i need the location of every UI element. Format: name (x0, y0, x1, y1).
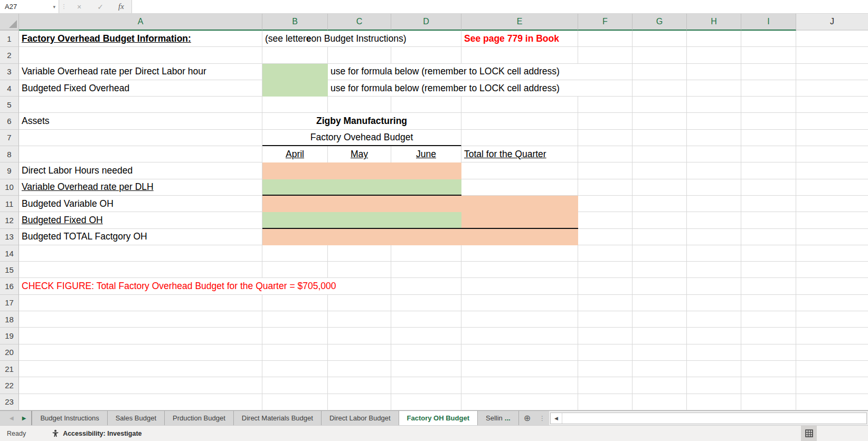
cell[interactable] (796, 179, 868, 196)
cell[interactable] (578, 328, 633, 344)
cell[interactable] (391, 377, 461, 394)
row-header-23[interactable]: 23 (0, 394, 19, 410)
cell[interactable] (741, 146, 796, 162)
cell[interactable] (796, 64, 868, 80)
accessibility-button[interactable]: Accessibility: Investigate (51, 429, 141, 438)
cell[interactable] (741, 361, 796, 377)
cell[interactable] (578, 146, 633, 162)
cell[interactable] (741, 212, 796, 228)
normal-view-button[interactable] (801, 426, 817, 441)
cell[interactable] (796, 113, 868, 129)
cell-a3[interactable]: Variable Overhead rate per Direct Labor … (19, 64, 262, 80)
cell[interactable] (633, 179, 687, 196)
cell[interactable] (687, 278, 741, 294)
cell-b9-d9-input[interactable] (262, 162, 461, 179)
cell-c4[interactable]: use for formula below (remember to LOCK … (328, 80, 633, 97)
cell-a11[interactable]: Budgeted Variable OH (19, 196, 262, 212)
cell[interactable] (391, 311, 461, 328)
tab-direct-materials-budget[interactable]: Direct Materials Budget (234, 411, 322, 425)
cell-e12-input[interactable] (461, 212, 578, 228)
cell[interactable] (741, 328, 796, 344)
row-header-8[interactable]: 8 (0, 146, 19, 162)
cell-b3-input[interactable] (262, 64, 328, 80)
cell[interactable] (796, 97, 868, 113)
cell-c3[interactable]: use for formula below (remember to LOCK … (328, 64, 633, 80)
cell[interactable] (262, 344, 328, 361)
cell[interactable] (741, 295, 796, 311)
cell[interactable] (461, 394, 578, 410)
cell[interactable] (391, 394, 461, 410)
row-header-16[interactable]: 16 (0, 278, 19, 294)
cell[interactable] (741, 47, 796, 63)
cell[interactable] (461, 97, 578, 113)
row-header-4[interactable]: 4 (0, 80, 19, 97)
cell[interactable] (578, 196, 633, 212)
cell[interactable] (633, 97, 687, 113)
cell[interactable] (796, 394, 868, 410)
cell[interactable] (687, 196, 741, 212)
cell[interactable] (578, 162, 633, 179)
row-header-17[interactable]: 17 (0, 295, 19, 311)
cell[interactable] (633, 162, 687, 179)
cell[interactable] (687, 394, 741, 410)
cell[interactable] (741, 377, 796, 394)
cell[interactable] (633, 344, 687, 361)
sheet-nav-prev-icon[interactable]: ◀ (10, 415, 14, 421)
cell[interactable] (391, 47, 461, 63)
cell[interactable] (633, 31, 687, 47)
cell[interactable] (328, 361, 391, 377)
tab-factory-oh-budget[interactable]: Factory OH Budget (399, 411, 478, 425)
cell[interactable] (578, 31, 633, 47)
column-header-b[interactable]: B (262, 14, 328, 31)
row-header-6[interactable]: 6 (0, 113, 19, 129)
cell[interactable] (633, 196, 687, 212)
cell[interactable] (687, 212, 741, 228)
cell[interactable] (578, 377, 633, 394)
cell[interactable] (578, 47, 633, 63)
cell-d8[interactable]: June (391, 146, 461, 162)
cell[interactable] (328, 311, 391, 328)
cell[interactable] (328, 262, 391, 278)
cell[interactable] (741, 113, 796, 129)
cell[interactable] (796, 328, 868, 344)
cell[interactable] (391, 295, 461, 311)
cell[interactable] (578, 130, 633, 146)
name-box[interactable]: A27 ▾ (0, 0, 59, 13)
cell[interactable] (741, 196, 796, 212)
cell[interactable] (461, 311, 578, 328)
cell[interactable] (461, 179, 578, 196)
cell[interactable] (262, 97, 328, 113)
cell-b13-e13-input[interactable] (262, 229, 578, 245)
cell[interactable] (687, 146, 741, 162)
cell[interactable] (633, 295, 687, 311)
tab-direct-labor-budget[interactable]: Direct Labor Budget (322, 411, 399, 425)
cell[interactable] (741, 262, 796, 278)
cell[interactable] (328, 328, 391, 344)
column-header-g[interactable]: G (633, 14, 687, 31)
cell-b6-merged[interactable]: Zigby Manufacturing (262, 113, 461, 129)
cell-a1[interactable]: Factory Overhead Budget Information: (19, 31, 262, 47)
cell[interactable] (262, 47, 328, 63)
cell[interactable] (461, 344, 578, 361)
cell[interactable] (391, 344, 461, 361)
cell[interactable] (461, 130, 578, 146)
cell[interactable] (19, 262, 262, 278)
cell[interactable] (796, 278, 868, 294)
cell[interactable] (578, 262, 633, 278)
row-header-21[interactable]: 21 (0, 361, 19, 377)
cell[interactable] (796, 212, 868, 228)
cell[interactable] (578, 229, 633, 245)
cell[interactable] (578, 278, 633, 294)
select-all-corner[interactable] (0, 14, 19, 31)
column-header-h[interactable]: H (687, 14, 741, 31)
cell-a6[interactable]: Assets (19, 113, 262, 129)
cell[interactable] (262, 394, 328, 410)
cell[interactable] (633, 212, 687, 228)
tab-selling-truncated[interactable]: Sellin... (478, 411, 519, 425)
name-box-dropdown-icon[interactable]: ▾ (53, 4, 55, 9)
cell[interactable] (391, 97, 461, 113)
cell-b4-input[interactable] (262, 80, 328, 97)
cell[interactable] (796, 245, 868, 262)
cell[interactable] (461, 113, 578, 129)
cell[interactable] (687, 344, 741, 361)
